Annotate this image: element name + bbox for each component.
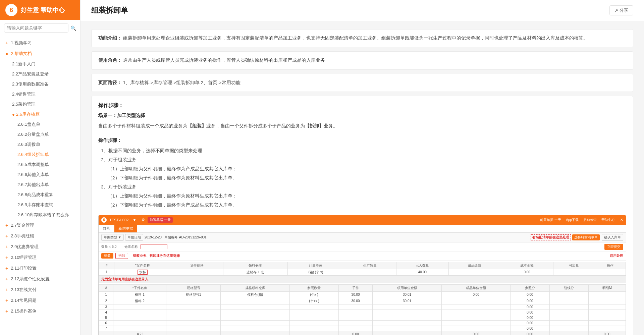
ops-title: 操作步骤：: [98, 102, 626, 109]
sidebar-item-sales[interactable]: 2.4销售管理: [0, 89, 80, 99]
sidebar-item-newcomer[interactable]: 2.1新手入门: [0, 59, 80, 69]
share-label: 分享: [620, 7, 628, 13]
plus-icon: +: [5, 309, 8, 314]
bth-prod-unit-amt: 成品单位金额: [441, 284, 511, 291]
count-label: 数量 × 5.0: [101, 244, 116, 249]
annotation-bom: 有装配清单的在这里处理: [531, 234, 571, 240]
search-input[interactable]: [4, 23, 68, 33]
th-parent-spec: 父件规格: [171, 262, 223, 269]
confirm-btn[interactable]: 确认入库单: [602, 234, 623, 241]
sidebar-item-label: 2.10经营管理: [11, 255, 37, 261]
ops-steps-title: 操作步骤：: [98, 137, 626, 144]
warehouse-input[interactable]: [141, 244, 167, 249]
sidebar-item-docs[interactable]: ● 2.帮助文档: [0, 48, 80, 59]
role-text: 通常由生产人员或库管人员完成拆装业务的操作，库管人员确认原材料的出库和产成品的入…: [123, 58, 325, 63]
sidebar-item-checkstock[interactable]: 2.6.9库存账本查询: [0, 200, 80, 210]
bottom-table-body: 1 概料 1 规格型号1 领料仓(箱) (个x ) 30.00 30.01 0.…: [99, 291, 626, 331]
tab-ziyingye[interactable]: 自营: [99, 225, 114, 232]
top-table-container: # *父件名称 父件规格 领料仓库 计量单位 生产数量 已入数量 成品金额 成本: [99, 261, 626, 276]
screenshot-inner: 6 TEST-H002 ▼ ⚙ 前置单据 一天 前置单据 一天 App下载 启动…: [99, 215, 626, 335]
main-content: 组装拆卸单 ↗ 分享 功能介绍： 组装拆卸单用来处理企业组装或拆卸等加工业务，支…: [80, 0, 644, 335]
intro-block: 功能介绍： 组装拆卸单用来处理企业组装或拆卸等加工业务，支持有固定装配清单的产品…: [91, 29, 633, 47]
search-icon[interactable]: 🔍: [70, 25, 76, 31]
plus-icon: +: [5, 266, 8, 271]
sidebar-subsub-label: 2.6.5成本调整单: [17, 162, 49, 168]
assembly-type-btn[interactable]: 组装: [101, 253, 113, 259]
sidebar-item-adjust[interactable]: 2.6.3调拨单: [0, 139, 80, 150]
sidebar-item-assembly[interactable]: 2.6.4组装拆卸单: [0, 150, 80, 160]
sidebar-item-onlinepay[interactable]: + 2.13在线支付: [0, 284, 80, 295]
bth-ref-split: 参照分: [511, 284, 549, 291]
sidebar-item-stocktake[interactable]: 2.6.1盘点单: [0, 119, 80, 129]
th-warehouse: 领料仓库: [223, 262, 287, 269]
sidebar-item-cost[interactable]: 2.6.5成本调整单: [0, 160, 80, 170]
sidebar-item-install[interactable]: 2.2产品安装及登录: [0, 69, 80, 79]
toolbar-biz-val: AD-20191226-001: [179, 235, 207, 239]
close-icon[interactable]: ✕: [620, 218, 623, 222]
sidebar-subsub-label: 2.6.4组装拆卸单: [17, 152, 49, 158]
btd-detail: [588, 291, 626, 298]
table-row: 1 概料 1 规格型号1 领料仓(箱) (个x ) 30.00 30.01 0.…: [99, 291, 626, 298]
step-1: 1、根据不同的业务，选择不同单据的类型来处理: [101, 146, 626, 155]
toolbar-biz-label: 单编编号: [164, 235, 178, 240]
sidebar-item-coupon[interactable]: + 2.9优惠券管理: [0, 241, 80, 252]
topbar-btn1: 前置单据 一天: [148, 217, 173, 223]
step-2-2: （2）下部明细为子件明细，最终作为原材料生成其它出库单。: [108, 173, 626, 182]
sidebar-sub-label: 2.1新手入门: [12, 61, 36, 67]
btd-prod-unit: 0.00: [441, 291, 511, 298]
btd-unit-amt2: 30.01: [373, 298, 442, 304]
th-avail-qty: 可出量: [553, 262, 595, 269]
sidebar-item-stockin[interactable]: 2.6.6其他入库单: [0, 170, 80, 180]
tab-new-order[interactable]: 新增单据: [114, 225, 137, 232]
sidebar-item-video[interactable]: + 1.视频学习: [0, 38, 80, 48]
btd-num: 1: [99, 291, 113, 298]
sidebar-item-label: 2.帮助文档: [11, 51, 32, 57]
submit-btn[interactable]: 立即提交: [604, 244, 623, 250]
sidebar-item-mobile[interactable]: + 2.8手机旺铺: [0, 231, 80, 241]
plus-icon: +: [5, 223, 8, 228]
btd-spec: 规格型号1: [166, 291, 221, 298]
sidebar-item-label: 2.14常见问题: [11, 297, 37, 303]
sidebar-subsub-label: 2.6.10库存账本错了怎么办: [17, 212, 69, 218]
sidebar-item-operations[interactable]: + 2.10经营管理: [0, 252, 80, 263]
toolbar-date-btn[interactable]: 单据日期: [125, 234, 143, 241]
sidebar-item-print[interactable]: + 2.11打印设置: [0, 263, 80, 274]
share-button[interactable]: ↗ 分享: [609, 5, 633, 15]
sidebar-item-purchase[interactable]: 2.5采购管理: [0, 99, 80, 109]
sidebar-sub-label: 2.2产品安装及登录: [12, 71, 49, 77]
sidebar-item-label: 2.13在线支付: [11, 287, 37, 293]
td-parent-name: 水杯: [114, 269, 171, 275]
btd-warehouse2: [221, 298, 290, 304]
annotation-row: 无固定清单可用直接在这里录入: [99, 276, 626, 283]
topbar-company: TEST-H002: [109, 218, 128, 222]
sidebar-item-system[interactable]: + 2.12系统个性化设置: [0, 274, 80, 284]
btd-line-split: [549, 291, 588, 298]
assembly-list-btn[interactable]: 选择料材清单▼: [572, 234, 600, 240]
th-in-qty: 已入数量: [396, 262, 448, 269]
sidebar-item-cases[interactable]: + 2.15操作案例: [0, 306, 80, 317]
table-row: 40.00: [99, 310, 626, 315]
sidebar-item-stockout[interactable]: 2.6.7其他出库单: [0, 180, 80, 190]
sidebar-item-data[interactable]: 2.3使用前数据准备: [0, 79, 80, 89]
td-in-qty: 40.00: [396, 269, 448, 275]
disassembly-type-btn[interactable]: 拆卸: [115, 253, 128, 259]
sidebar-item-faq[interactable]: + 2.14常见问题: [0, 295, 80, 306]
top-table-body: 1 水杯 进销存 + 仓 (箱) (个 x) 40.00: [99, 269, 626, 275]
app-toolbar: 单据类型 ▼ 单据日期 2019-12-20 单编编号 AD-20191226-…: [99, 233, 626, 242]
plus-icon: +: [5, 244, 8, 249]
sidebar-item-wrongstock[interactable]: 2.6.10库存账本错了怎么办: [0, 210, 80, 220]
operations-section: 操作步骤： 场景一：加工类型选择 当由多个子件材料组装成一个成品的业务为【组装】…: [91, 96, 633, 335]
sidebar-item-split[interactable]: 2.6.2分量盘点单: [0, 129, 80, 139]
td-prod-amt: [448, 269, 501, 275]
td-row-ops: [595, 269, 626, 275]
sidebar-item-finance[interactable]: + 2.7资金管理: [0, 220, 80, 231]
sidebar-item-goodscost[interactable]: 2.6.8商品成本重算: [0, 190, 80, 200]
app-window: 6 TEST-H002 ▼ ⚙ 前置单据 一天 前置单据 一天 App下载 启动…: [99, 215, 626, 335]
th-unit: 计量单位: [287, 262, 344, 269]
warehouse-label: 仓库名称: [124, 244, 138, 249]
intro-text: 组装拆卸单用来处理企业组装或拆卸等加工业务，支持有固定装配清单的产品加工业务，也…: [123, 36, 588, 41]
sidebar-item-inventory[interactable]: ● 2.6库存核算: [0, 109, 80, 119]
toolbar-type-btn[interactable]: 单据类型 ▼: [101, 234, 124, 241]
scene1-desc: 当由多个子件材料组装成一个成品的业务为【组装】业务，当由一个父件拆分成多个子产品…: [98, 121, 626, 130]
path-block: 页面路径： 1、库存核算->库存管理->组装拆卸单 2、首页->常用功能: [91, 74, 633, 92]
